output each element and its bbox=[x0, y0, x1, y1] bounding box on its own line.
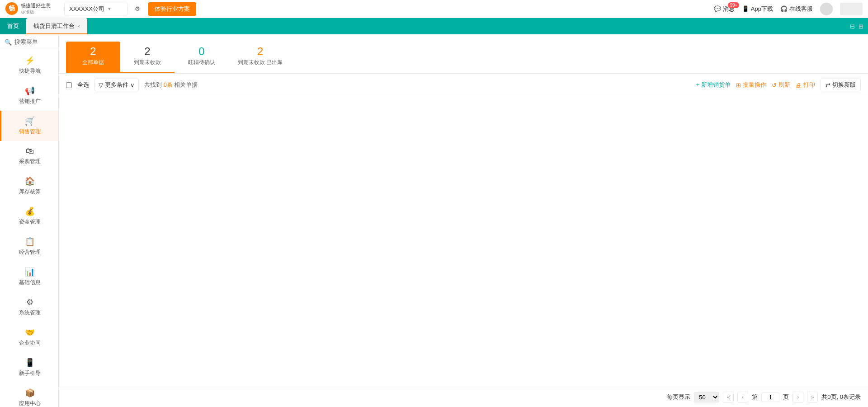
print-button[interactable]: 🖨 打印 bbox=[796, 81, 815, 89]
stat-tab-overdue[interactable]: 2到期未收款 bbox=[120, 42, 175, 73]
app-center-icon: 📦 bbox=[25, 388, 35, 398]
refresh-label: 刷新 bbox=[778, 81, 790, 89]
print-label: 打印 bbox=[803, 81, 815, 89]
stat-tab-pending[interactable]: 0旺辅待确认 bbox=[175, 42, 229, 73]
total-info: 共0页, 0条记录 bbox=[821, 393, 861, 401]
stat-tab-overdue-shipped[interactable]: 2到期未收款 已出库 bbox=[229, 42, 292, 73]
inventory-label: 库存核算 bbox=[19, 188, 41, 196]
logo-version: 标准版 bbox=[21, 9, 51, 15]
base-info-icon: 📊 bbox=[25, 267, 35, 277]
prev-page-button[interactable]: ‹ bbox=[737, 392, 748, 402]
sidebar-item-system[interactable]: ⚙系统管理 bbox=[0, 292, 58, 322]
settings-button[interactable]: ⚙ bbox=[131, 3, 144, 15]
sidebar-item-finance[interactable]: 💰资金管理 bbox=[0, 201, 58, 231]
guide-icon: 📱 bbox=[25, 358, 35, 368]
filter-button[interactable]: ▽ 更多条件 ∨ bbox=[94, 79, 139, 91]
sidebar: 🔍 搜索菜单 ⚡快捷导航📢营销推广🛒销售管理🛍采购管理🏠库存核算💰资金管理📋经营… bbox=[0, 34, 59, 407]
active-tab-label: 钱货日清工作台 bbox=[33, 22, 75, 30]
message-badge: 99+ bbox=[728, 2, 739, 8]
first-page-button[interactable]: « bbox=[723, 392, 734, 402]
operations-label: 经营管理 bbox=[19, 248, 41, 256]
message-button[interactable]: 💬 消息 99+ bbox=[714, 5, 735, 13]
toolbar: 全选 ▽ 更多条件 ∨ 共找到 0条 相关单据 + 新增销货单 ⊞ 批量操作 bbox=[59, 74, 868, 96]
sidebar-item-sales[interactable]: 🛒销售管理 bbox=[0, 111, 58, 141]
dropdown-arrow-icon: ▼ bbox=[107, 6, 112, 11]
result-count: 0条 bbox=[164, 81, 173, 88]
inventory-icon: 🏠 bbox=[25, 176, 35, 186]
logo-area: 畅 畅捷通好生意 标准版 bbox=[5, 2, 64, 15]
online-service-label: 在线客服 bbox=[789, 5, 813, 13]
sidebar-item-marketing[interactable]: 📢营销推广 bbox=[0, 80, 58, 111]
page-size-select[interactable]: 2050100 bbox=[694, 392, 719, 402]
last-page-button[interactable]: » bbox=[807, 392, 818, 402]
batch-icon: ⊞ bbox=[736, 82, 741, 89]
online-service-button[interactable]: 🎧 在线客服 bbox=[780, 5, 813, 13]
sidebar-item-app-center[interactable]: 📦应用中心 bbox=[0, 383, 58, 407]
logo-name: 畅捷通好生意 bbox=[21, 2, 51, 9]
tab-home[interactable]: 首页 bbox=[0, 18, 26, 34]
company-name: XXXXXX公司 bbox=[69, 5, 104, 13]
page-number-input[interactable] bbox=[761, 393, 779, 402]
table-area bbox=[59, 96, 868, 387]
download-icon: 📱 bbox=[742, 5, 749, 12]
sidebar-item-enterprise[interactable]: 🤝企业协同 bbox=[0, 322, 58, 352]
system-icon: ⚙ bbox=[26, 297, 33, 307]
tab-underline bbox=[26, 33, 87, 34]
search-label: 搜索菜单 bbox=[14, 38, 38, 46]
filter-label: 更多条件 bbox=[105, 81, 128, 89]
nav-tabs: 首页 钱货日清工作台 × ⊟ ⊞ bbox=[0, 18, 868, 34]
app-download-button[interactable]: 📱 App下载 bbox=[742, 5, 773, 13]
experience-button[interactable]: 体验行业方案 bbox=[148, 2, 196, 16]
select-all-label: 全选 bbox=[77, 81, 89, 89]
sidebar-item-purchase[interactable]: 🛍采购管理 bbox=[0, 141, 58, 171]
stat-tab-all[interactable]: 2全部单据 bbox=[66, 42, 120, 73]
quick-nav-label: 快捷导航 bbox=[19, 67, 41, 75]
quick-nav-icon: ⚡ bbox=[25, 56, 35, 65]
sidebar-item-guide[interactable]: 📱新手引导 bbox=[0, 352, 58, 383]
result-prefix: 共找到 bbox=[144, 81, 162, 88]
company-selector[interactable]: XXXXXX公司 ▼ bbox=[64, 3, 127, 15]
close-tab-icon[interactable]: × bbox=[77, 23, 80, 29]
select-all-checkbox[interactable] bbox=[66, 82, 72, 88]
toolbar-right: + 新增销货单 ⊞ 批量操作 ↺ 刷新 🖨 打印 ⇄ 切换新版 bbox=[696, 79, 861, 91]
filter-icon: ▽ bbox=[99, 82, 103, 89]
sales-icon: 🛒 bbox=[25, 116, 35, 126]
sidebar-item-inventory[interactable]: 🏠库存核算 bbox=[0, 171, 58, 201]
guide-label: 新手引导 bbox=[19, 370, 41, 377]
switch-icon: ⇄ bbox=[826, 82, 830, 89]
marketing-label: 营销推广 bbox=[19, 98, 41, 105]
result-suffix: 相关单据 bbox=[174, 81, 198, 88]
base-info-label: 基础信息 bbox=[19, 279, 41, 286]
app-download-label: App下载 bbox=[751, 5, 773, 13]
message-icon: 💬 bbox=[714, 5, 721, 12]
sidebar-search[interactable]: 🔍 搜索菜单 bbox=[0, 34, 58, 50]
enterprise-label: 企业协同 bbox=[19, 339, 41, 347]
app-center-label: 应用中心 bbox=[19, 400, 41, 407]
refresh-button[interactable]: ↺ 刷新 bbox=[772, 81, 790, 89]
tab-active[interactable]: 钱货日清工作台 × bbox=[26, 18, 87, 34]
batch-button[interactable]: ⊞ 批量操作 bbox=[736, 81, 766, 89]
collapse-icon[interactable]: ⊟ bbox=[850, 23, 855, 30]
add-sale-button[interactable]: + 新增销货单 bbox=[696, 81, 731, 89]
switch-version-button[interactable]: ⇄ 切换新版 bbox=[821, 79, 861, 91]
filter-chevron-icon: ∨ bbox=[130, 82, 135, 89]
enterprise-icon: 🤝 bbox=[25, 327, 35, 337]
stat-label-overdue-shipped: 到期未收款 已出库 bbox=[238, 59, 283, 66]
batch-label: 批量操作 bbox=[743, 81, 766, 89]
sidebar-item-operations[interactable]: 📋经营管理 bbox=[0, 231, 58, 262]
user-avatar[interactable] bbox=[820, 3, 833, 15]
next-page-button[interactable]: › bbox=[793, 392, 803, 402]
user-name-area[interactable] bbox=[840, 3, 863, 15]
stats-tabs: 2全部单据2到期未收款0旺辅待确认2到期未收款 已出库 bbox=[59, 34, 868, 74]
system-label: 系统管理 bbox=[19, 309, 41, 317]
sidebar-item-base-info[interactable]: 📊基础信息 bbox=[0, 262, 58, 292]
pagination-bar: 每页显示 2050100 « ‹ 第 页 › » 共0页, 0条记录 bbox=[59, 387, 868, 407]
expand-icon[interactable]: ⊞ bbox=[859, 23, 863, 30]
nav-right-actions: ⊟ ⊞ bbox=[850, 23, 868, 30]
sidebar-item-quick-nav[interactable]: ⚡快捷导航 bbox=[0, 50, 58, 80]
top-right-area: 💬 消息 99+ 📱 App下载 🎧 在线客服 bbox=[714, 3, 863, 15]
logo-icon: 畅 bbox=[5, 2, 18, 15]
switch-label: 切换新版 bbox=[832, 81, 856, 89]
stat-label-pending: 旺辅待确认 bbox=[184, 59, 220, 66]
stat-number-all: 2 bbox=[75, 45, 111, 58]
